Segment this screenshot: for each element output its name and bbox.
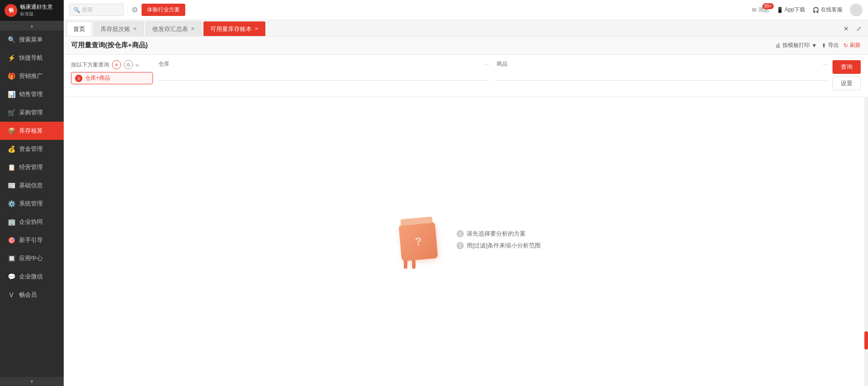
export-btn[interactable]: ⬆ 导出 <box>822 41 839 49</box>
topbar: 🔍 搜索 ⚙ 体验行业方案 ✉ 消息 99+ 📱 App下载 🎧 在线客服 <box>64 0 868 20</box>
tab-available-ledger[interactable]: 可用量库存账本✕ <box>203 21 265 36</box>
sidebar-item-label: 营销推广 <box>19 72 43 80</box>
enterprise-icon: 🏢 <box>7 218 15 226</box>
sidebar-item-marketing-promo[interactable]: 🎁 营销推广 <box>0 67 64 85</box>
tab-close-icon[interactable]: ✕ <box>191 26 195 32</box>
sidebar-item-sales[interactable]: 📊 销售管理 <box>0 85 64 103</box>
scheme-settings-btn[interactable]: ⚙ <box>124 60 133 69</box>
filter-section-text: 按以下方案查询 <box>71 61 109 69</box>
tab-batch-account[interactable]: 库存批次账✕ <box>94 21 144 36</box>
operations-icon: 📋 <box>7 163 15 171</box>
filter-settings-btn[interactable]: 设置 <box>832 77 861 90</box>
search-placeholder: 搜索 <box>82 6 93 14</box>
step1-text: 请先选择要分析的方案 <box>467 230 526 238</box>
sidebar-item-label: 企业微信 <box>19 273 43 281</box>
scheme-label: 仓库+商品 <box>85 74 110 82</box>
filter-area: 按以下方案查询 + ⚙ « S 仓库+商品 仓库 ··· 商品 <box>64 55 868 97</box>
tab-label: 首页 <box>73 25 85 33</box>
phone-icon: 📱 <box>777 7 783 13</box>
sidebar-item-purchase[interactable]: 🛒 采购管理 <box>0 103 64 122</box>
close-tab-icon[interactable]: ✕ <box>841 23 852 34</box>
leg-left <box>404 260 407 269</box>
filter-fields: 仓库 ··· 商品 ··· <box>158 60 827 81</box>
sidebar-item-finance[interactable]: 💰 资金管理 <box>0 140 64 158</box>
message-btn[interactable]: ✉ 消息 99+ <box>752 6 769 14</box>
gear-icon[interactable]: ⚙ <box>132 5 138 14</box>
sidebar-item-operations[interactable]: 📋 经营管理 <box>0 158 64 176</box>
brand-version: 标准版 <box>20 11 53 17</box>
tab-receive-summary[interactable]: 收发存汇总表✕ <box>146 21 202 36</box>
print-icon: 🖨 <box>775 42 781 49</box>
sidebar-item-label: 资金管理 <box>19 145 43 153</box>
app-download-btn[interactable]: 📱 App下载 <box>777 6 805 14</box>
industry-btn[interactable]: 体验行业方案 <box>142 4 185 16</box>
sidebar-item-shortcut[interactable]: ⚡ 快捷导航 <box>0 49 64 67</box>
goods-field: 商品 ··· <box>497 60 827 81</box>
user-avatar[interactable] <box>850 4 863 16</box>
app-download-label: App下载 <box>785 6 805 14</box>
sidebar-header: 畅 畅康通好生意 标准版 <box>0 0 64 21</box>
sidebar-item-label: 搜索菜单 <box>19 36 43 44</box>
page-header-actions: 🖨 按模板打印 ▼ ⬆ 导出 ↻ 刷新 <box>775 41 861 49</box>
print-btn[interactable]: 🖨 按模板打印 ▼ <box>775 41 817 49</box>
sidebar-item-enterprise[interactable]: 🏢 企业协同 <box>0 213 64 231</box>
sidebar-item-wechat[interactable]: 💬 企业微信 <box>0 268 64 286</box>
scheme-item[interactable]: S 仓库+商品 <box>71 72 153 84</box>
filter-schemes: 按以下方案查询 + ⚙ « S 仓库+商品 <box>71 60 153 84</box>
empty-text: 1 请先选择要分析的方案 2 用[过滤]条件来缩小分析范围 <box>457 230 541 253</box>
sidebar-item-app-center[interactable]: 🔲 应用中心 <box>0 249 64 268</box>
step2-num: 2 <box>457 242 464 249</box>
sidebar-item-label: 基础信息 <box>19 181 43 190</box>
tab-close-icon[interactable]: ✕ <box>254 26 259 32</box>
search-icon: 🔍 <box>7 36 15 44</box>
collapse-btn[interactable]: « <box>136 62 139 68</box>
add-scheme-btn[interactable]: + <box>112 60 121 69</box>
tab-home[interactable]: 首页 <box>66 21 92 36</box>
topbar-search-box: 🔍 搜索 <box>69 4 124 16</box>
sidebar-item-inventory[interactable]: 📦 库存核算 <box>0 122 64 140</box>
sidebar-item-label: 经营管理 <box>19 163 43 171</box>
refresh-label: 刷新 <box>850 41 861 49</box>
sidebar-item-beginner[interactable]: 🎯 新手引导 <box>0 231 64 249</box>
side-scrollbar[interactable] <box>864 97 868 386</box>
headphone-icon: 🎧 <box>812 7 819 13</box>
expand-tab-icon[interactable]: ⤢ <box>853 23 864 34</box>
online-service-label: 在线客服 <box>821 6 843 14</box>
finance-icon: 💰 <box>7 145 15 153</box>
sidebar-item-label: 快捷导航 <box>19 54 43 62</box>
online-service-btn[interactable]: 🎧 在线客服 <box>812 6 843 14</box>
filter-section-label: 按以下方案查询 + ⚙ « <box>71 60 153 69</box>
empty-legs <box>404 260 416 269</box>
tab-label: 收发存汇总表 <box>152 25 188 33</box>
beginner-icon: 🎯 <box>7 236 15 244</box>
sidebar-item-base-info[interactable]: 📰 基础信息 <box>0 176 64 195</box>
tab-label: 库存批次账 <box>101 25 130 33</box>
filter-actions: 查询 设置 <box>832 60 861 90</box>
page-header: 可用量查询(按仓库+商品) 🖨 按模板打印 ▼ ⬆ 导出 ↻ 刷新 <box>64 36 868 55</box>
scrollbar-thumb <box>864 331 868 350</box>
warehouse-more-btn[interactable]: ··· <box>485 62 489 67</box>
sidebar-scroll-up[interactable]: ▲ <box>0 21 64 31</box>
refresh-btn[interactable]: ↻ 刷新 <box>843 41 861 49</box>
brand-info: 畅康通好生意 标准版 <box>20 4 53 17</box>
step1-num: 1 <box>457 230 464 237</box>
topbar-right: ✉ 消息 99+ 📱 App下载 🎧 在线客服 <box>752 4 863 16</box>
sidebar-item-label: 企业协同 <box>19 218 43 226</box>
sidebar-item-system[interactable]: ⚙️ 系统管理 <box>0 195 64 213</box>
wechat-icon: 💬 <box>7 273 15 281</box>
export-label: 导出 <box>828 41 839 49</box>
goods-more-btn[interactable]: ··· <box>823 62 827 67</box>
sidebar-scroll-down[interactable]: ▼ <box>0 377 64 386</box>
step2-text: 用[过滤]条件来缩小分析范围 <box>467 242 541 250</box>
sidebar-item-label: 系统管理 <box>19 200 43 208</box>
shortcut-icon: ⚡ <box>7 54 15 62</box>
tab-close-icon[interactable]: ✕ <box>133 26 137 32</box>
sidebar-item-search[interactable]: 🔍 搜索菜单 <box>0 31 64 49</box>
goods-input[interactable] <box>497 70 827 81</box>
sidebar-item-label: 销售管理 <box>19 90 43 98</box>
query-btn[interactable]: 查询 <box>832 60 861 74</box>
sidebar-item-label: 新手引导 <box>19 236 43 244</box>
warehouse-input[interactable] <box>158 70 489 81</box>
sidebar-item-member[interactable]: V 畅会员 <box>0 286 64 304</box>
export-icon: ⬆ <box>822 42 826 49</box>
